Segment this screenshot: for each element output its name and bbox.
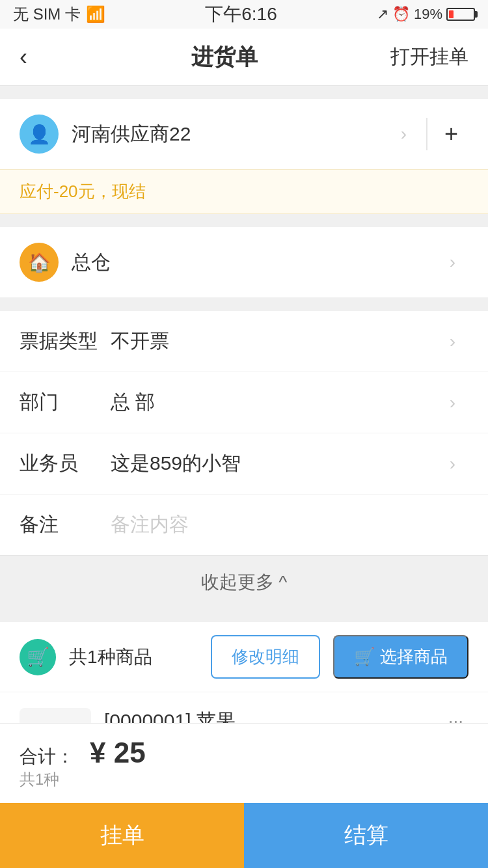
department-chevron-icon: ›: [450, 392, 455, 413]
form-card: 票据类型 不开票 › 部门 总 部 › 业务员 这是859的小智 › 备注 备注…: [0, 310, 488, 555]
warehouse-icon: 🏠: [20, 243, 59, 282]
battery-fill: [449, 10, 454, 18]
battery-percent: 19%: [414, 6, 442, 23]
status-left: 无 SIM 卡 📶: [13, 4, 105, 25]
product-count-label: 共1种商品: [69, 645, 198, 670]
ticket-type-label: 票据类型: [20, 328, 111, 355]
location-icon: ↗: [377, 6, 388, 23]
status-bar: 无 SIM 卡 📶 下午6:16 ↗ ⏰ 19%: [0, 0, 488, 29]
ticket-type-value: 不开票: [111, 328, 450, 355]
nav-bar: ‹ 进货单 打开挂单: [0, 29, 488, 86]
ticket-type-chevron-icon: ›: [450, 331, 455, 352]
warehouse-name: 总仓: [72, 249, 450, 276]
supplier-divider: [426, 118, 427, 150]
supplier-avatar: 👤: [20, 115, 59, 154]
section-gap-2: [0, 214, 488, 227]
avatar-icon: 👤: [28, 124, 51, 145]
battery-icon: [446, 8, 475, 21]
supplier-chevron-icon: ›: [401, 124, 407, 144]
footer-actions: 挂单 结算: [0, 803, 488, 868]
supplier-card: 👤 河南供应商22 › + 应付-20元，现结: [0, 99, 488, 214]
product-header: 🛒 共1种商品 修改明细 🛒 选择商品: [0, 622, 488, 692]
ticket-type-row[interactable]: 票据类型 不开票 ›: [0, 310, 488, 372]
total-amount: ¥ 25: [90, 737, 468, 769]
department-label: 部门: [20, 389, 111, 416]
total-sub-label: 共1种: [20, 769, 468, 790]
salesperson-label: 业务员: [20, 450, 111, 477]
select-product-icon: 🛒: [354, 647, 375, 667]
edit-detail-button[interactable]: 修改明细: [211, 635, 320, 679]
section-gap-4: [0, 609, 488, 622]
salesperson-value: 这是859的小智: [111, 450, 450, 477]
carrier-text: 无 SIM 卡: [13, 4, 81, 25]
section-gap-3: [0, 297, 488, 310]
total-label: 合计：: [20, 744, 74, 769]
payment-info-banner: 应付-20元，现结: [0, 169, 488, 214]
department-row[interactable]: 部门 总 部 ›: [0, 372, 488, 433]
back-button[interactable]: ‹: [20, 44, 59, 71]
supplier-row[interactable]: 👤 河南供应商22 › +: [0, 99, 488, 169]
hang-order-button[interactable]: 挂单: [0, 803, 244, 868]
status-time: 下午6:16: [205, 2, 277, 27]
salesperson-chevron-icon: ›: [450, 454, 455, 474]
remark-row[interactable]: 备注 备注内容: [0, 494, 488, 555]
wifi-icon: 📶: [86, 5, 105, 23]
warehouse-chevron-icon: ›: [450, 252, 455, 273]
settle-button[interactable]: 结算: [244, 803, 488, 868]
supplier-name: 河南供应商22: [72, 121, 401, 148]
salesperson-row[interactable]: 业务员 这是859的小智 ›: [0, 433, 488, 494]
select-product-label: 选择商品: [380, 645, 448, 668]
department-value: 总 部: [111, 389, 450, 416]
product-cart-icon: 🛒: [20, 639, 56, 675]
page-title: 进货单: [191, 42, 258, 72]
section-gap-1: [0, 86, 488, 99]
remark-label: 备注: [20, 511, 111, 538]
open-pending-button[interactable]: 打开挂单: [390, 44, 468, 70]
select-product-button[interactable]: 🛒 选择商品: [333, 635, 468, 679]
add-supplier-button[interactable]: +: [434, 120, 468, 148]
collapse-button[interactable]: 收起更多 ^: [0, 555, 488, 609]
footer: 合计： ¥ 25 共1种 挂单 结算: [0, 723, 488, 868]
footer-total-row: 合计： ¥ 25 共1种: [0, 723, 488, 803]
footer-total-info: 合计： ¥ 25 共1种: [20, 737, 468, 790]
status-right: ↗ ⏰ 19%: [377, 6, 475, 23]
alarm-icon: ⏰: [392, 6, 410, 23]
warehouse-row[interactable]: 🏠 总仓 ›: [0, 227, 488, 297]
warehouse-card: 🏠 总仓 ›: [0, 227, 488, 297]
remark-input[interactable]: 备注内容: [111, 511, 468, 538]
cart-icon-inner: 🛒: [27, 646, 49, 668]
